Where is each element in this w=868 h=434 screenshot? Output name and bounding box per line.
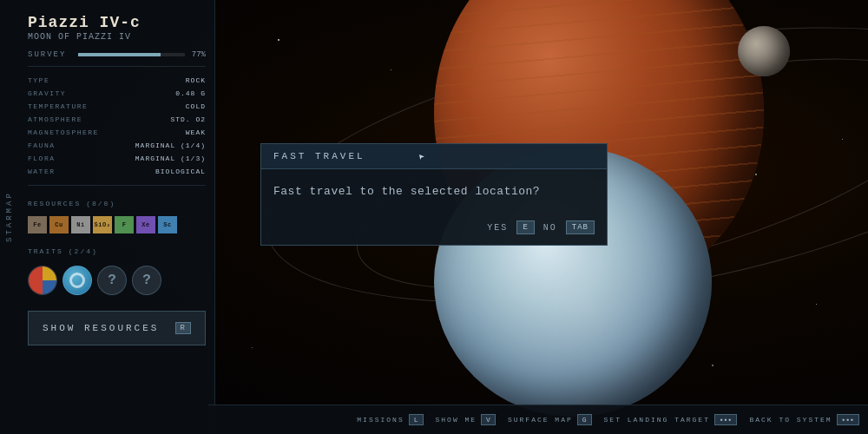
traits-header: TRAITS (28, 247, 63, 255)
show-resources-button[interactable]: SHOW RESOURCES R (28, 311, 206, 345)
resource-fe: Fe (28, 216, 47, 233)
resources-section: RESOURCES (8/8) Fe Cu Ni SiO₂ F Xe Sc (28, 193, 206, 233)
dialog-title: FAST TRAVEL (273, 151, 365, 161)
surface-map-label: SURFACE MAP (508, 416, 573, 424)
planet-subtitle: Moon of Piazzi IV (28, 32, 206, 42)
back-to-system-label: BACK TO SYSTEM (749, 416, 832, 424)
stat-temperature: TEMPERATURE COLD (28, 100, 206, 113)
resource-sc: Sc (158, 216, 177, 233)
trait-icon-2 (62, 266, 92, 295)
yes-label: YES (487, 223, 508, 233)
no-label: NO (543, 223, 557, 233)
surface-map-key: G (577, 414, 592, 425)
resource-cu: Cu (49, 216, 69, 233)
missions-button[interactable]: MISSIONS L (357, 414, 423, 425)
resource-sio2: SiO₂ (93, 216, 112, 233)
stat-magnetosphere: MAGNETOSPHERE WEAK (28, 126, 206, 139)
back-to-system-key: ▪▪▪ (837, 414, 859, 425)
no-key-button[interactable]: TAB (566, 220, 595, 234)
show-me-label: SHOW ME (436, 416, 477, 424)
survey-label: SURVEY (28, 50, 71, 59)
resource-ni: Ni (71, 216, 90, 233)
fast-travel-dialog: FAST TRAVEL Fast travel to the selected … (260, 143, 608, 246)
traits-section: TRAITS (2/4) ? ? (28, 240, 206, 295)
missions-key: L (409, 414, 424, 425)
stat-flora: FLORA MARGINAL (1/3) (28, 152, 206, 165)
stat-type: TYPE ROCK (28, 74, 206, 87)
divider-1 (28, 66, 206, 67)
missions-label: MISSIONS (357, 416, 404, 424)
stat-atmosphere: ATMOSPHERE STD. O2 (28, 113, 206, 126)
sidebar: STARMAP Piazzi IV-c Moon of Piazzi IV SU… (0, 0, 215, 434)
show-me-button[interactable]: SHOW ME V (436, 414, 496, 425)
traits-count: (2/4) (69, 247, 98, 255)
bottom-bar: MISSIONS L SHOW ME V SURFACE MAP G SET L… (208, 404, 868, 434)
dialog-message: Fast travel to the selected location? (273, 185, 540, 198)
resource-xe: Xe (136, 216, 155, 233)
resources-count: (8/8) (86, 200, 115, 207)
trait-icon-1 (28, 266, 57, 295)
set-landing-target-key: ▪▪▪ (714, 414, 737, 425)
small-moon (738, 26, 790, 76)
dialog-buttons: YES E NO TAB (261, 214, 607, 245)
survey-bar-fill (78, 53, 161, 56)
resource-f: F (115, 216, 134, 233)
planet-name: Piazzi IV-c (28, 14, 206, 31)
trait-unknown-1: ? (97, 266, 127, 295)
set-landing-target-button[interactable]: SET LANDING TARGET ▪▪▪ (604, 414, 738, 425)
dialog-body: Fast travel to the selected location? (261, 169, 607, 214)
resources-header: RESOURCES (28, 200, 81, 207)
yes-key-button[interactable]: E (516, 220, 534, 234)
trait-unknown-2: ? (132, 266, 161, 295)
show-me-key: V (481, 414, 496, 425)
surface-map-button[interactable]: SURFACE MAP G (508, 414, 592, 425)
back-to-system-button[interactable]: BACK TO SYSTEM ▪▪▪ (749, 414, 859, 425)
dialog-title-bar: FAST TRAVEL (261, 144, 607, 169)
stat-fauna: FAUNA MARGINAL (1/4) (28, 139, 206, 152)
show-resources-key: R (175, 322, 191, 334)
traits-row: ? ? (28, 266, 206, 295)
stats-section: TYPE ROCK GRAVITY 0.48 G TEMPERATURE COL… (28, 74, 206, 178)
divider-2 (28, 185, 206, 186)
starmap-label: STARMAP (0, 0, 19, 434)
resources-grid: Fe Cu Ni SiO₂ F Xe Sc (28, 216, 206, 233)
survey-bar (78, 53, 185, 56)
stat-water: WATER BIOLOGICAL (28, 165, 206, 178)
stat-gravity: GRAVITY 0.48 G (28, 87, 206, 100)
survey-percentage: 77% (192, 50, 206, 59)
set-landing-target-label: SET LANDING TARGET (604, 416, 710, 424)
show-resources-label: SHOW RESOURCES (43, 323, 159, 333)
